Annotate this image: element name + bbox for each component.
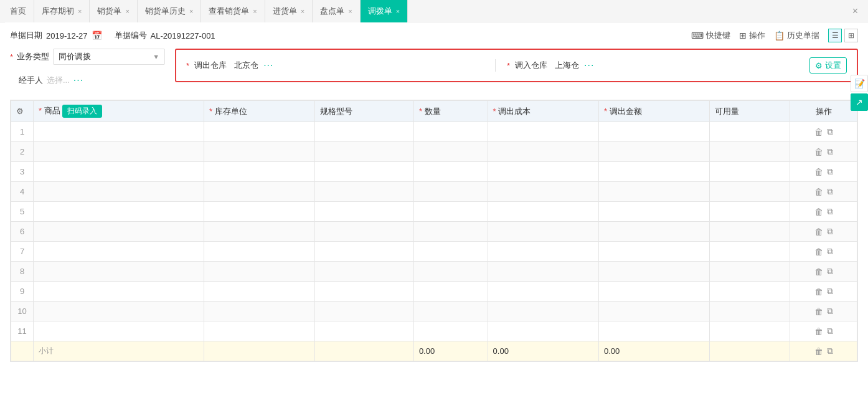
- cell-product-3[interactable]: [34, 162, 204, 182]
- agent-more-icon[interactable]: ···: [73, 75, 83, 86]
- agent-input[interactable]: 选择...: [47, 75, 70, 86]
- cell-available-4[interactable]: [710, 182, 790, 202]
- copy-icon-5[interactable]: ⧉: [827, 206, 833, 217]
- cell-unit-1[interactable]: [204, 122, 315, 142]
- cell-amount-4[interactable]: [598, 182, 709, 202]
- cell-spec-4[interactable]: [315, 182, 413, 202]
- tab-inventory-init[interactable]: 库存期初 ×: [34, 0, 90, 22]
- cell-cost-4[interactable]: [488, 182, 598, 202]
- cell-available-11[interactable]: [710, 321, 790, 341]
- tab-sales-history[interactable]: 销货单历史 ×: [138, 0, 201, 22]
- cell-unit-10[interactable]: [204, 302, 315, 321]
- cell-qty-10[interactable]: [413, 302, 488, 321]
- cell-spec-3[interactable]: [315, 162, 413, 182]
- table-gear-icon[interactable]: ⚙: [16, 107, 24, 116]
- tab-view-sales[interactable]: 查看销货单 ×: [201, 0, 265, 22]
- cell-qty-4[interactable]: [413, 182, 488, 202]
- cell-unit-8[interactable]: [204, 262, 315, 282]
- cell-qty-11[interactable]: [413, 321, 488, 341]
- cell-spec-10[interactable]: [315, 302, 413, 321]
- cell-available-1[interactable]: [710, 122, 790, 142]
- delete-icon-7[interactable]: 🗑: [814, 247, 823, 257]
- cell-unit-6[interactable]: [204, 222, 315, 242]
- cell-unit-11[interactable]: [204, 321, 315, 341]
- sidebar-expand-btn[interactable]: ↗: [851, 93, 868, 111]
- cell-amount-3[interactable]: [598, 162, 709, 182]
- tab-sales-close[interactable]: ×: [125, 7, 129, 15]
- tab-bar-close-btn[interactable]: ×: [847, 6, 863, 17]
- cell-product-9[interactable]: [34, 282, 204, 302]
- calendar-icon[interactable]: 📅: [92, 31, 102, 40]
- copy-icon-11[interactable]: ⧉: [827, 326, 833, 336]
- cell-spec-2[interactable]: [315, 142, 413, 162]
- cell-spec-6[interactable]: [315, 222, 413, 242]
- cell-spec-7[interactable]: [315, 242, 413, 262]
- cell-amount-1[interactable]: [598, 122, 709, 142]
- tab-inventory-init-close[interactable]: ×: [78, 7, 82, 15]
- cell-cost-2[interactable]: [488, 142, 598, 162]
- copy-icon-9[interactable]: ⧉: [827, 286, 833, 297]
- cell-product-4[interactable]: [34, 182, 204, 202]
- tab-purchase-close[interactable]: ×: [301, 7, 304, 15]
- tab-home[interactable]: 首页: [5, 0, 34, 22]
- cell-amount-7[interactable]: [598, 242, 709, 262]
- cell-unit-3[interactable]: [204, 162, 315, 182]
- delete-icon-5[interactable]: 🗑: [814, 207, 823, 217]
- delete-icon-9[interactable]: 🗑: [814, 287, 823, 297]
- cell-cost-8[interactable]: [488, 262, 598, 282]
- tab-sales-history-close[interactable]: ×: [189, 7, 193, 15]
- copy-icon-8[interactable]: ⧉: [827, 266, 833, 277]
- cell-product-1[interactable]: [34, 122, 204, 142]
- tab-view-sales-close[interactable]: ×: [253, 7, 257, 15]
- cell-available-3[interactable]: [710, 162, 790, 182]
- cell-amount-2[interactable]: [598, 142, 709, 162]
- cell-spec-11[interactable]: [315, 321, 413, 341]
- delete-icon-3[interactable]: 🗑: [814, 167, 823, 177]
- cell-cost-6[interactable]: [488, 222, 598, 242]
- cell-qty-6[interactable]: [413, 222, 488, 242]
- cell-product-2[interactable]: [34, 142, 204, 162]
- cell-qty-1[interactable]: [413, 122, 488, 142]
- cell-cost-5[interactable]: [488, 202, 598, 222]
- copy-icon-4[interactable]: ⧉: [827, 186, 833, 197]
- cell-qty-5[interactable]: [413, 202, 488, 222]
- copy-icon-1[interactable]: ⧉: [827, 126, 833, 137]
- cell-spec-5[interactable]: [315, 202, 413, 222]
- cell-unit-4[interactable]: [204, 182, 315, 202]
- copy-icon-7[interactable]: ⧉: [827, 246, 833, 257]
- cell-product-7[interactable]: [34, 242, 204, 262]
- copy-icon-10[interactable]: ⧉: [827, 306, 833, 316]
- tab-transfer[interactable]: 调拨单 ×: [361, 0, 408, 22]
- cell-cost-1[interactable]: [488, 122, 598, 142]
- scan-btn[interactable]: 扫码录入: [62, 105, 102, 118]
- tab-stocktake-close[interactable]: ×: [348, 7, 352, 15]
- cell-available-2[interactable]: [710, 142, 790, 162]
- warehouse-out-value[interactable]: 北京仓: [234, 60, 258, 71]
- cell-amount-6[interactable]: [598, 222, 709, 242]
- cell-product-10[interactable]: [34, 302, 204, 321]
- warehouse-in-more-icon[interactable]: ···: [584, 60, 594, 71]
- cell-cost-11[interactable]: [488, 321, 598, 341]
- cell-cost-7[interactable]: [488, 242, 598, 262]
- delete-icon-1[interactable]: 🗑: [814, 127, 823, 137]
- sidebar-note-btn[interactable]: 📝: [851, 75, 868, 92]
- cell-amount-11[interactable]: [598, 321, 709, 341]
- cell-product-11[interactable]: [34, 321, 204, 341]
- layout-btn-grid[interactable]: ⊞: [844, 29, 858, 42]
- tab-sales[interactable]: 销货单 ×: [90, 0, 137, 22]
- cell-product-6[interactable]: [34, 222, 204, 242]
- delete-icon-8[interactable]: 🗑: [814, 267, 823, 277]
- cell-amount-5[interactable]: [598, 202, 709, 222]
- cell-spec-8[interactable]: [315, 262, 413, 282]
- cell-available-7[interactable]: [710, 242, 790, 262]
- business-type-select[interactable]: 同价调拨 ▼: [53, 49, 165, 65]
- cell-product-5[interactable]: [34, 202, 204, 222]
- tab-transfer-close[interactable]: ×: [396, 7, 400, 15]
- delete-icon-4[interactable]: 🗑: [814, 187, 823, 197]
- cell-available-10[interactable]: [710, 302, 790, 321]
- cell-amount-8[interactable]: [598, 262, 709, 282]
- warehouse-out-more-icon[interactable]: ···: [263, 60, 273, 71]
- cell-qty-3[interactable]: [413, 162, 488, 182]
- history-btn[interactable]: 📋 历史单据: [774, 30, 819, 41]
- subtotal-copy-icon[interactable]: ⧉: [827, 346, 833, 356]
